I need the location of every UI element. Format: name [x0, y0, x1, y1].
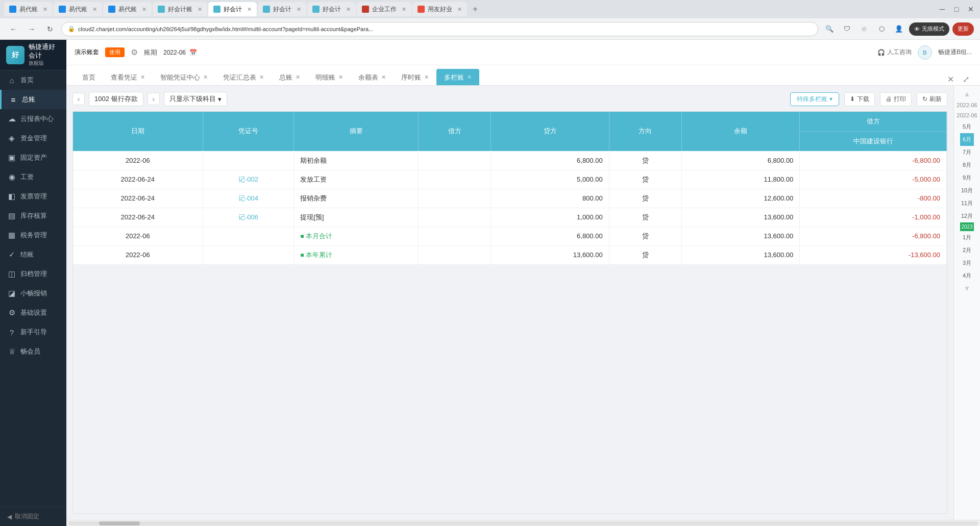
wuhen-button[interactable]: 👁 无痕模式 [909, 22, 949, 36]
forward-button[interactable]: → [24, 22, 39, 36]
sidebar-item-guide[interactable]: ? 新手引导 [0, 322, 66, 342]
new-tab-button[interactable]: + [468, 2, 482, 16]
next-account-button[interactable]: › [148, 93, 160, 105]
date-panel-item-1[interactable]: 6月 [960, 133, 974, 146]
browser-tab-8[interactable]: 企业工作 ✕ [357, 2, 411, 16]
sidebar-item-expense[interactable]: ◪ 小畅报销 [0, 284, 66, 303]
date-panel-item-12[interactable]: 4月 [960, 269, 974, 282]
tab-close-6[interactable]: ✕ [297, 6, 301, 13]
cell-voucher-3[interactable]: 记-006 [203, 208, 294, 227]
sidebar-item-home[interactable]: ⌂ 首页 [0, 70, 66, 90]
star-icon[interactable]: ☆ [857, 22, 871, 36]
voucher-link-1[interactable]: 记-002 [238, 176, 258, 183]
minimize-button[interactable]: ─ [937, 4, 947, 14]
date-panel-item-5[interactable]: 10月 [960, 184, 974, 197]
account-label[interactable]: 1002 银行存款 [89, 92, 143, 106]
date-panel-item-6[interactable]: 11月 [960, 197, 974, 210]
download-button[interactable]: ⬇ 下载 [844, 92, 875, 106]
voucher-link-3[interactable]: 记-006 [238, 213, 258, 221]
sidebar-item-inventory[interactable]: ▤ 库存核算 [0, 206, 66, 226]
sidebar-item-settings[interactable]: ⚙ 基础设置 [0, 303, 66, 322]
browser-tab-3[interactable]: 易代账 ✕ [103, 2, 152, 16]
url-bar[interactable]: 🔒 cloud2.chanjet.com/accounting/uh26t264… [61, 22, 818, 36]
tab-multi-ledger-close[interactable]: ✕ [467, 74, 472, 81]
consult-button[interactable]: 🎧 人工咨询 [877, 48, 912, 57]
date-panel-item-11[interactable]: 3月 [960, 257, 974, 269]
sidebar-item-tax[interactable]: ▦ 税务管理 [0, 226, 66, 245]
tab-close-4[interactable]: ✕ [198, 6, 202, 13]
sidebar-item-archive[interactable]: ◫ 归档管理 [0, 264, 66, 284]
bottom-scroll[interactable] [66, 520, 980, 526]
tab-balance-table[interactable]: 余额表 ✕ [351, 69, 394, 85]
tab-balance-table-close[interactable]: ✕ [381, 74, 386, 81]
date-panel-item-8[interactable]: 2023 [960, 222, 974, 231]
refresh-button[interactable]: ↻ 刷新 [917, 92, 947, 106]
close-button[interactable]: ✕ [966, 4, 976, 14]
tab-view-voucher[interactable]: 查看凭证 ✕ [103, 69, 153, 85]
date-panel-scroll-down[interactable]: ▼ [954, 282, 980, 294]
scroll-track[interactable] [68, 521, 978, 525]
tab-detail-ledger[interactable]: 明细账 ✕ [308, 69, 351, 85]
scroll-thumb[interactable] [99, 521, 140, 525]
browser-tab-7[interactable]: 好会计 ✕ [307, 2, 356, 16]
sidebar-item-member[interactable]: ♕ 畅会员 [0, 342, 66, 361]
tab-voucher-summary-close[interactable]: ✕ [259, 74, 264, 81]
browser-tab-5[interactable]: 好会计 ✕ [208, 2, 257, 16]
date-panel-item-0[interactable]: 5月 [960, 120, 974, 133]
tab-close-8[interactable]: ✕ [402, 6, 406, 13]
profile-icon[interactable]: 👤 [892, 22, 906, 36]
tab-home[interactable]: 首页 [75, 69, 103, 85]
date-panel-item-4[interactable]: 9月 [960, 171, 974, 184]
browser-tab-4[interactable]: 好会计账 ✕ [153, 2, 207, 16]
browser-tab-6[interactable]: 好会计 ✕ [258, 2, 306, 16]
extensions-icon[interactable]: ⬡ [874, 22, 889, 36]
update-button[interactable]: 更新 [952, 22, 974, 36]
tab-close-7[interactable]: ✕ [346, 6, 351, 13]
tab-expand-icon[interactable]: ⤢ [960, 73, 972, 85]
date-panel-item-2[interactable]: 7月 [960, 146, 974, 159]
sidebar-footer[interactable]: ◀ 取消固定 [0, 507, 66, 526]
user-avatar[interactable]: B [918, 45, 932, 60]
tab-general-ledger-close[interactable]: ✕ [296, 74, 300, 81]
special-multi-ledger-button[interactable]: 特殊多栏账 ▾ [790, 92, 839, 106]
cell-voucher-1[interactable]: 记-002 [203, 170, 294, 189]
tab-close-3[interactable]: ✕ [142, 6, 146, 13]
tab-smart-voucher[interactable]: 智能凭证中心 ✕ [153, 69, 215, 85]
maximize-button[interactable]: □ [951, 4, 962, 14]
tab-detail-ledger-close[interactable]: ✕ [338, 74, 343, 81]
sidebar-item-general-ledger[interactable]: ≡ 总账 [0, 90, 66, 109]
sidebar-item-fixed-assets[interactable]: ▣ 固定资产 [0, 148, 66, 167]
cell-voucher-2[interactable]: 记-004 [203, 189, 294, 208]
browser-tab-9[interactable]: 用友好业 ✕ [412, 2, 467, 16]
user-name-label[interactable]: 畅捷通B组... [938, 48, 972, 57]
browser-tab-1[interactable]: 易代账 ✕ [4, 2, 53, 16]
sidebar-item-cloud-report[interactable]: ☁ 云报表中心 [0, 109, 66, 129]
shield-icon[interactable]: 🛡 [840, 22, 854, 36]
settings-gear-icon[interactable]: ⚙ [131, 47, 138, 57]
filter-dropdown[interactable]: 只显示下级科目 ▾ [164, 92, 227, 106]
tab-general-ledger[interactable]: 总账 ✕ [272, 69, 308, 85]
back-button[interactable]: ← [6, 22, 20, 36]
tab-close-2[interactable]: ✕ [92, 6, 97, 13]
prev-account-button[interactable]: ‹ [72, 93, 85, 105]
date-panel-item-9[interactable]: 1月 [960, 231, 974, 244]
tab-close-1[interactable]: ✕ [43, 6, 47, 13]
date-panel-item-10[interactable]: 2月 [960, 244, 974, 257]
tab-collapse-icon[interactable]: ✕ [944, 73, 957, 85]
sidebar-item-invoice[interactable]: ◧ 发票管理 [0, 187, 66, 206]
period-value[interactable]: 2022-06 📅 [163, 49, 197, 56]
search-icon[interactable]: 🔍 [822, 22, 837, 36]
tab-close-9[interactable]: ✕ [457, 6, 462, 13]
date-panel-item-3[interactable]: 8月 [960, 159, 974, 171]
tab-view-voucher-close[interactable]: ✕ [140, 74, 145, 81]
sidebar-item-closing[interactable]: ✓ 结账 [0, 245, 66, 264]
browser-tab-2[interactable]: 易代账 ✕ [54, 2, 102, 16]
tab-close-5[interactable]: ✕ [247, 6, 252, 13]
sidebar-item-payroll[interactable]: ◉ 工资 [0, 167, 66, 187]
print-button[interactable]: 🖨 打印 [880, 92, 912, 106]
sidebar-item-fund-mgmt[interactable]: ◈ 资金管理 [0, 129, 66, 148]
date-panel-item-7[interactable]: 12月 [960, 210, 974, 222]
tab-smart-voucher-close[interactable]: ✕ [203, 74, 208, 81]
demo-badge[interactable]: 使用 [105, 47, 125, 57]
date-panel-scroll-up[interactable]: ▲ [954, 88, 980, 100]
